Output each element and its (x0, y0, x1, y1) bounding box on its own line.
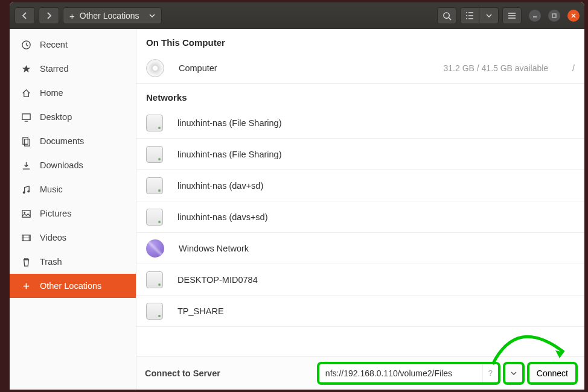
disk-icon (146, 59, 164, 77)
server-history-dropdown[interactable] (505, 364, 523, 383)
file-manager-window: + Other Locations RecentStarredHomeDeskt… (10, 2, 584, 390)
svg-rect-5 (24, 139, 30, 145)
plus-icon (21, 280, 31, 291)
window-body: RecentStarredHomeDesktopDocumentsDownloa… (10, 29, 584, 390)
drive-icon (146, 209, 163, 226)
svg-rect-8 (22, 210, 30, 217)
list-view-button[interactable] (460, 7, 479, 24)
connect-bar: Connect to Server ? Connect (136, 356, 584, 390)
sidebar-item-label: Other Locations (40, 281, 101, 291)
row-path: / (572, 63, 575, 73)
titlebar: + Other Locations (10, 2, 584, 29)
view-dropdown-button[interactable] (479, 7, 499, 24)
svg-point-7 (27, 190, 30, 192)
drive-icon (146, 146, 163, 163)
sidebar-item-label: Starred (40, 64, 69, 74)
sidebar-item-label: Trash (40, 257, 62, 267)
row-label: linuxhint-nas (File Sharing) (177, 118, 575, 128)
music-icon (21, 184, 31, 195)
clock-icon (21, 39, 31, 50)
help-icon[interactable]: ? (482, 364, 498, 382)
svg-rect-3 (22, 113, 30, 119)
plus-icon: + (69, 11, 75, 21)
nav-back-button[interactable] (14, 7, 35, 24)
row-label: Windows Network (179, 244, 575, 253)
location-row[interactable]: linuxhint-nas (File Sharing) (136, 139, 584, 170)
location-row[interactable]: linuxhint-nas (File Sharing) (136, 107, 584, 139)
sidebar-item-desktop[interactable]: Desktop (10, 105, 136, 129)
row-label: TP_SHARE (177, 306, 575, 316)
drive-icon (146, 271, 163, 288)
row-label: DESKTOP-MID0784 (177, 275, 575, 285)
documents-icon (21, 136, 31, 147)
trash-icon (21, 256, 31, 267)
sidebar-item-trash[interactable]: Trash (10, 250, 136, 274)
nav-forward-button[interactable] (39, 7, 59, 24)
chevron-down-icon (511, 370, 517, 376)
svg-rect-1 (552, 14, 556, 17)
window-close-button[interactable] (567, 10, 580, 22)
view-mode-group (460, 7, 499, 24)
location-button[interactable]: + Other Locations (63, 7, 162, 24)
chevron-right-icon (45, 12, 53, 19)
sidebar-item-label: Music (40, 185, 63, 194)
sidebar-item-label: Desktop (40, 112, 72, 122)
sidebar-item-downloads[interactable]: Downloads (10, 153, 136, 177)
sidebar-item-label: Downloads (40, 160, 83, 170)
sidebar-item-documents[interactable]: Documents (10, 129, 136, 153)
window-minimize-button[interactable] (529, 10, 541, 22)
svg-point-0 (443, 12, 449, 17)
location-row[interactable]: DESKTOP-MID0784 (136, 264, 584, 296)
main-panel: On This Computer Computer31.2 GB / 41.5 … (136, 29, 584, 390)
sidebar-item-label: Videos (40, 233, 66, 242)
pictures-icon (21, 208, 31, 219)
sidebar-item-recent[interactable]: Recent (10, 33, 136, 57)
drive-icon (146, 177, 163, 194)
row-label: linuxhint-nas (davs+sd) (177, 212, 575, 222)
home-icon (21, 87, 31, 98)
section-header-computer: On This Computer (136, 29, 584, 52)
server-address-input[interactable] (319, 368, 482, 378)
sidebar-item-music[interactable]: Music (10, 177, 136, 201)
connect-label: Connect to Server (145, 368, 220, 378)
window-maximize-button[interactable] (548, 10, 560, 22)
server-address-wrap: ? (319, 364, 499, 383)
star-icon (21, 63, 31, 74)
sidebar: RecentStarredHomeDesktopDocumentsDownloa… (10, 29, 136, 390)
row-label: linuxhint-nas (dav+sd) (177, 181, 575, 191)
location-row[interactable]: Computer31.2 GB / 41.5 GB available/ (136, 52, 584, 84)
sidebar-item-home[interactable]: Home (10, 81, 136, 105)
network-globe-icon (146, 239, 164, 258)
row-label: Computer (179, 63, 429, 73)
sidebar-item-label: Recent (40, 40, 68, 49)
connect-button[interactable]: Connect (529, 364, 576, 383)
downloads-icon (21, 160, 31, 171)
chevron-left-icon (21, 12, 28, 19)
location-label: Other Locations (80, 11, 139, 21)
sidebar-item-starred[interactable]: Starred (10, 57, 136, 81)
svg-rect-4 (22, 137, 28, 144)
sidebar-item-videos[interactable]: Videos (10, 226, 136, 250)
row-meta: 31.2 GB / 41.5 GB available (444, 63, 549, 73)
sidebar-item-label: Pictures (40, 209, 71, 218)
drive-icon (146, 303, 163, 320)
section-header-networks: Networks (136, 84, 584, 107)
sidebar-item-pictures[interactable]: Pictures (10, 201, 136, 226)
row-label: linuxhint-nas (File Sharing) (177, 150, 575, 159)
location-row[interactable]: linuxhint-nas (davs+sd) (136, 201, 584, 233)
location-row[interactable]: linuxhint-nas (dav+sd) (136, 170, 584, 201)
search-button[interactable] (437, 7, 456, 24)
sidebar-item-other-locations[interactable]: Other Locations (10, 274, 136, 298)
location-row[interactable]: TP_SHARE (136, 296, 584, 327)
menu-button[interactable] (502, 7, 522, 24)
search-icon (443, 11, 452, 21)
location-row[interactable]: Windows Network (136, 233, 584, 264)
svg-point-6 (22, 191, 25, 194)
sidebar-item-label: Home (40, 88, 63, 98)
chevron-down-icon (149, 13, 155, 19)
chevron-down-icon (486, 13, 492, 19)
desktop-icon (21, 112, 31, 122)
list-icon (465, 11, 474, 20)
hamburger-icon (508, 11, 516, 20)
svg-point-9 (24, 212, 25, 213)
